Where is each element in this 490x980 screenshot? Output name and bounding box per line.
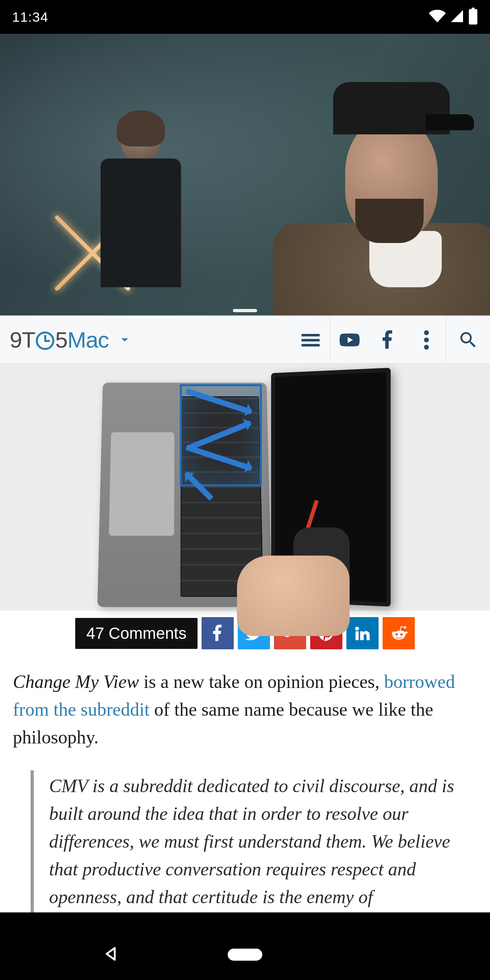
article-body: Change My View is a new take on opinion … xyxy=(0,656,490,912)
menu-icon[interactable] xyxy=(291,316,330,363)
logo-5: 5 xyxy=(55,327,67,353)
share-reddit-button[interactable] xyxy=(383,617,415,649)
wifi-icon xyxy=(429,8,446,26)
video-pip-area[interactable] xyxy=(0,34,490,315)
site-header: 9T 5 Mac xyxy=(0,315,490,364)
youtube-icon[interactable] xyxy=(330,316,369,363)
battery-icon xyxy=(468,8,478,26)
share-facebook-button[interactable] xyxy=(202,617,234,649)
status-time: 11:34 xyxy=(12,9,48,25)
comments-button[interactable]: 47 Comments xyxy=(75,618,198,649)
blockquote-text: CMV is a subreddit dedicated to civil di… xyxy=(49,776,454,907)
video-person-right xyxy=(265,70,490,315)
svg-point-1 xyxy=(424,338,429,342)
article-hero-image xyxy=(0,364,490,611)
logo-9t: 9T xyxy=(10,327,35,353)
svg-point-0 xyxy=(424,330,429,335)
svg-point-2 xyxy=(424,345,429,350)
video-person-left xyxy=(89,114,193,307)
pip-drag-handle[interactable] xyxy=(233,309,257,312)
chevron-down-icon[interactable] xyxy=(117,327,133,353)
article-blockquote: CMV is a subreddit dedicated to civil di… xyxy=(31,770,477,912)
facebook-icon[interactable] xyxy=(369,316,407,363)
lead-after-em: is a new take on opinion pieces, xyxy=(139,671,384,692)
share-linkedin-button[interactable] xyxy=(346,617,379,649)
system-nav-bar xyxy=(0,929,490,980)
logo-mac: Mac xyxy=(68,327,109,353)
search-icon[interactable] xyxy=(446,316,490,363)
back-button[interactable] xyxy=(102,945,120,964)
cell-signal-icon xyxy=(450,9,464,25)
clock-icon xyxy=(36,331,54,350)
status-bar: 11:34 xyxy=(0,0,490,34)
home-button[interactable] xyxy=(228,949,262,961)
article-lead: Change My View is a new take on opinion … xyxy=(13,668,477,751)
more-vertical-icon[interactable] xyxy=(407,316,446,363)
picture-icon xyxy=(60,8,76,26)
site-logo[interactable]: 9T 5 Mac xyxy=(0,327,133,353)
lead-em: Change My View xyxy=(13,671,139,692)
